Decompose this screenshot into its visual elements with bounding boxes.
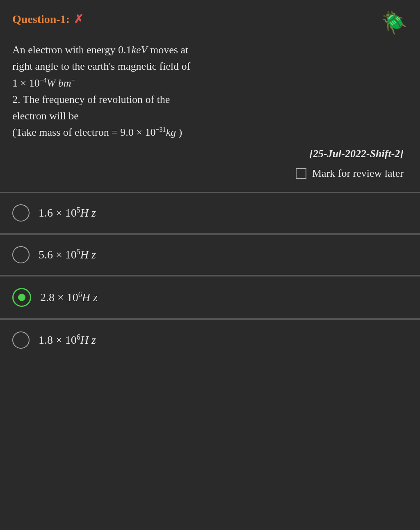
mark-review-row: Mark for review later — [12, 167, 408, 180]
option-text-1: 1.6 × 105H z — [39, 206, 96, 219]
radio-inner-2 — [17, 251, 25, 258]
option-text-3: 2.8 × 106H z — [40, 290, 98, 304]
radio-3[interactable] — [12, 288, 31, 307]
radio-1[interactable] — [12, 204, 30, 222]
question-title-text: Question-1: — [12, 13, 70, 26]
shift-label: [25-Jul-2022-Shift-2] — [12, 148, 408, 160]
mark-review-text: Mark for review later — [312, 167, 404, 180]
option-text-4: 1.8 × 106H z — [39, 333, 96, 347]
option-row-4[interactable]: 1.8 × 106H z — [0, 320, 420, 360]
radio-inner-4 — [17, 336, 25, 344]
body-line4: 2. The frequency of revolution of the — [12, 94, 170, 105]
body-line3: 1 × 10−4W bm− — [12, 77, 75, 89]
radio-inner-1 — [17, 209, 25, 217]
option-row-1[interactable]: 1.6 × 105H z — [0, 193, 420, 234]
question-incorrect-mark: ✗ — [74, 12, 83, 26]
option-row-3[interactable]: 2.8 × 106H z — [0, 276, 420, 319]
radio-inner-3 — [18, 294, 25, 301]
bug-icon[interactable]: 🪲 — [381, 12, 408, 34]
question-header: Question-1: ✗ 🪲 — [12, 12, 408, 34]
option-row-2[interactable]: 5.6 × 105H z — [0, 235, 420, 276]
radio-2[interactable] — [12, 246, 30, 263]
question-title: Question-1: ✗ — [12, 12, 83, 26]
body-line2: right angle to the earth's magnetic fiel… — [12, 60, 190, 72]
mark-review-checkbox[interactable] — [296, 168, 306, 179]
question-section: Question-1: ✗ 🪲 An electron with energy … — [0, 0, 420, 192]
option-text-2: 5.6 × 105H z — [39, 248, 96, 261]
options-section: 1.6 × 105H z 5.6 × 105H z 2.8 × 106H z — [0, 193, 420, 360]
body-line5: electron will be — [12, 110, 79, 122]
body-line1: An electron with energy 0.1keV moves at — [12, 44, 188, 56]
page-container: Question-1: ✗ 🪲 An electron with energy … — [0, 0, 420, 530]
body-line6: (Take mass of electron = 9.0 × 10−31kg ) — [12, 126, 182, 138]
radio-4[interactable] — [12, 331, 30, 349]
question-body: An electron with energy 0.1keV moves at … — [12, 42, 408, 141]
